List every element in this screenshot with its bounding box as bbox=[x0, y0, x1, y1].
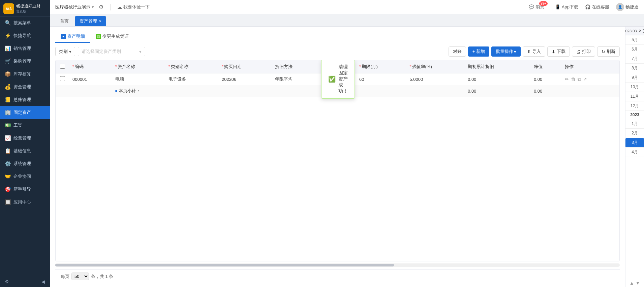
account-btn[interactable]: 对账 bbox=[449, 46, 466, 57]
td-subtotal-term bbox=[356, 85, 406, 97]
sidebar-item-capital[interactable]: 💰 资金管理 bbox=[0, 81, 50, 93]
date-list: 5月 6月 7月 8月 9月 10月 11月 12月 2023 1月 2月 3月… bbox=[625, 35, 644, 279]
sub-tabs: ■ 资产明细 ▤ 变更生成凭证 bbox=[55, 31, 620, 43]
print-icon: 🖨 bbox=[576, 49, 581, 54]
date-item-6m[interactable]: 6月 bbox=[625, 45, 644, 54]
experience-btn[interactable]: ☁ 我要体验一下 bbox=[117, 4, 150, 10]
sidebar-item-purchase[interactable]: 🛒 采购管理 bbox=[0, 55, 50, 68]
date-item-2m[interactable]: 2月 bbox=[625, 129, 644, 138]
date-item-1m[interactable]: 1月 bbox=[625, 119, 644, 129]
import-label: 导入 bbox=[532, 49, 541, 55]
support-btn[interactable]: 🎧 在线客服 bbox=[585, 4, 609, 10]
category-select-arrow: ▾ bbox=[139, 49, 142, 54]
delete-icon[interactable]: 🗑 bbox=[571, 76, 576, 82]
date-panel-nav: ▲ ▼ bbox=[625, 279, 644, 287]
copy-icon[interactable]: ⧉ bbox=[578, 76, 581, 82]
subtab-asset-detail[interactable]: ■ 资产明细 bbox=[55, 31, 90, 43]
sidebar-item-system[interactable]: ⚙️ 系统管理 bbox=[0, 157, 50, 170]
batch-dropdown-icon: ▾ bbox=[514, 49, 516, 54]
date-item-7m[interactable]: 7月 bbox=[625, 54, 644, 64]
table-row: 000001 电脑 电子设备 202206 年限平均 ✅ 清理固定资产成 bbox=[56, 73, 619, 85]
date-down-icon[interactable]: ▼ bbox=[636, 280, 640, 286]
sidebar-item-guide[interactable]: 🎯 新手引导 bbox=[0, 183, 50, 196]
sidebar-item-payroll[interactable]: 💵 工资 bbox=[0, 119, 50, 132]
date-item-year-2023[interactable]: 2023 bbox=[625, 111, 644, 119]
tab-home[interactable]: 首页 bbox=[55, 16, 73, 26]
row-checkbox[interactable] bbox=[60, 76, 65, 81]
sidebar-item-cooperation[interactable]: 🤝 企业协同 bbox=[0, 170, 50, 183]
sidebar-item-basic[interactable]: 📋 基础信息 bbox=[0, 145, 50, 157]
date-up-icon[interactable]: ▲ bbox=[630, 280, 634, 286]
category-filter-label[interactable]: 类别 ▾ bbox=[55, 47, 75, 56]
settings-icon[interactable]: ⚙ bbox=[5, 279, 9, 284]
sidebar: AtA 畅捷通好业财 普及版 🔍 搜索菜单 ⚡ 快捷导航 📊 销售管理 🛒 采购… bbox=[0, 0, 50, 287]
subtab-change-voucher[interactable]: ▤ 变更生成凭证 bbox=[90, 31, 134, 43]
sidebar-item-label: 采购管理 bbox=[13, 58, 31, 64]
date-item-5m[interactable]: 5月 bbox=[625, 35, 644, 45]
sidebar-item-label: 固定资产 bbox=[13, 109, 31, 116]
success-toast: ✅ 清理固定资产成功！ bbox=[321, 60, 355, 99]
asset-panel: ■ 资产明细 ▤ 变更生成凭证 类别 ▾ 请选择固定资产类别 bbox=[50, 27, 625, 287]
sidebar-item-label: 资金管理 bbox=[13, 84, 31, 90]
topbar-settings-icon[interactable]: ⚙ bbox=[99, 4, 103, 10]
guide-icon: 🎯 bbox=[5, 186, 11, 192]
user-name: 畅捷通 bbox=[625, 4, 639, 10]
sidebar-item-label: 库存核算 bbox=[13, 71, 31, 77]
select-all-checkbox[interactable] bbox=[60, 64, 65, 69]
date-item-11m[interactable]: 11月 bbox=[625, 92, 644, 101]
date-item-4m[interactable]: 4月 bbox=[625, 148, 644, 157]
category-label: 类别 bbox=[59, 49, 68, 55]
user-menu[interactable]: 👤 畅捷通 bbox=[616, 3, 639, 11]
category-select[interactable]: 请选择固定资产类别 ▾ bbox=[78, 47, 145, 56]
date-panel-expand-icon[interactable]: ⛶ bbox=[642, 29, 644, 33]
sidebar-item-operations[interactable]: 📈 经营管理 bbox=[0, 132, 50, 145]
asset-table-container: *编码 *资产名称 *类别名称 *购买日期 折旧方法 *原值 *期限(月) *残… bbox=[55, 60, 620, 261]
sidebar-item-apps[interactable]: 🔲 应用中心 bbox=[0, 196, 50, 209]
collapse-icon[interactable]: ◀ bbox=[41, 279, 45, 284]
download-btn[interactable]: ⬇ 下载 bbox=[547, 46, 570, 57]
print-label: 打印 bbox=[582, 49, 591, 55]
per-page-select[interactable]: 10 20 50 100 bbox=[71, 273, 89, 280]
refresh-btn[interactable]: ↻ 刷新 bbox=[597, 46, 620, 57]
sidebar-item-ledger[interactable]: 📒 总账管理 bbox=[0, 93, 50, 106]
sidebar-logo: AtA 畅捷通好业财 普及版 bbox=[0, 0, 50, 17]
refresh-label: 刷新 bbox=[607, 49, 615, 55]
tab-close-icon[interactable]: × bbox=[99, 19, 101, 24]
sidebar-item-search[interactable]: 🔍 搜索菜单 bbox=[0, 17, 50, 29]
sidebar-item-sales[interactable]: 📊 销售管理 bbox=[0, 42, 50, 55]
edit-icon[interactable]: ✏ bbox=[565, 76, 569, 82]
import-btn[interactable]: ⬆ 导入 bbox=[523, 46, 545, 57]
company-selector[interactable]: 医疗器械行业演示 ▾ bbox=[55, 4, 94, 10]
app-download-btn[interactable]: 📱 App下载 bbox=[555, 4, 578, 10]
table-scrollbar[interactable] bbox=[55, 263, 620, 267]
purchase-icon: 🛒 bbox=[5, 58, 11, 64]
add-btn[interactable]: + 新增 bbox=[468, 46, 489, 57]
sidebar-item-label: 系统管理 bbox=[13, 161, 31, 167]
headset-icon: 🎧 bbox=[585, 4, 590, 9]
date-item-9m[interactable]: 9月 bbox=[625, 73, 644, 83]
operations-icon: 📈 bbox=[5, 135, 11, 141]
support-label: 在线客服 bbox=[592, 4, 609, 10]
date-item-8m[interactable]: 8月 bbox=[625, 64, 644, 73]
basic-icon: 📋 bbox=[5, 148, 11, 154]
sidebar-item-assets[interactable]: 🏢 固定资产 bbox=[0, 106, 50, 119]
message-btn[interactable]: 💬 消息 99+ bbox=[529, 4, 544, 10]
logo-icon: AtA bbox=[3, 3, 14, 14]
print-btn[interactable]: 🖨 打印 bbox=[572, 46, 595, 57]
tab-asset-label: 资产管理 bbox=[80, 18, 97, 24]
td-initial-depreciation: 0.00 bbox=[464, 73, 530, 85]
date-panel-close-icon[interactable]: ✕ bbox=[639, 29, 642, 33]
batch-btn[interactable]: 批量操作 ▾ bbox=[491, 46, 521, 57]
date-item-12m[interactable]: 12月 bbox=[625, 101, 644, 111]
sidebar-item-inventory[interactable]: 📦 库存核算 bbox=[0, 68, 50, 81]
tab-asset-management[interactable]: 资产管理 × bbox=[75, 16, 106, 26]
subtotal-label: 本页小计： bbox=[119, 88, 141, 93]
sales-icon: 📊 bbox=[5, 45, 11, 52]
phone-icon: 📱 bbox=[555, 4, 560, 9]
table-scrollbar-container bbox=[55, 261, 620, 269]
more-icon[interactable]: ↗ bbox=[583, 76, 587, 82]
date-item-10m[interactable]: 10月 bbox=[625, 83, 644, 92]
date-item-3m-current[interactable]: 3月 bbox=[625, 138, 644, 148]
td-subtotal-empty bbox=[56, 85, 112, 97]
sidebar-item-quicknav[interactable]: ⚡ 快捷导航 bbox=[0, 29, 50, 42]
